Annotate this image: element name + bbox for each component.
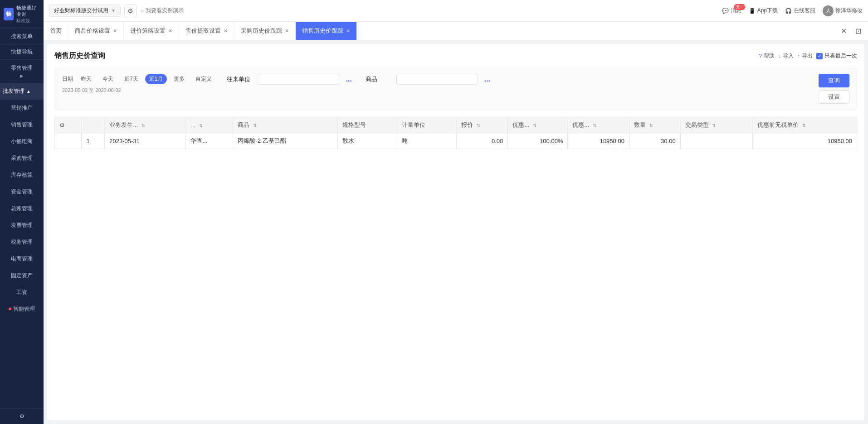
user-btn[interactable]: 人 徐泽华修改 xyxy=(823,5,863,16)
tab-purchase-strategy-close[interactable]: ✕ xyxy=(168,28,172,34)
sidebar-item-ecommerce[interactable]: 电商管理 xyxy=(0,251,44,267)
tab-home[interactable]: 首页 xyxy=(44,22,68,40)
version-arrow-icon: ▼ xyxy=(111,8,116,13)
help-btn[interactable]: ? 帮助 xyxy=(759,52,775,60)
sidebar-item-sales[interactable]: 销售管理 xyxy=(0,116,44,133)
settings-btn[interactable]: 设置 xyxy=(819,90,849,104)
tab-sale-extract-close[interactable]: ✕ xyxy=(224,28,228,34)
row-more-col: 华查... xyxy=(186,133,233,149)
sidebar-item-ecommerce-small[interactable]: 小畅电商 xyxy=(0,133,44,150)
query-btn[interactable]: 查询 xyxy=(819,74,849,87)
message-icon: 💬 xyxy=(722,8,729,14)
date-filter-group: 日期 昨天 今天 近7天 近1月 更多 自定义 2023-05-02 至 202… xyxy=(62,74,216,94)
date-btn-more[interactable]: 更多 xyxy=(170,74,189,84)
tabs-bar: 首页 商品价格设置 ✕ 进价策略设置 ✕ 售价提取设置 ✕ 采购历史价跟踪 ✕ … xyxy=(44,22,868,40)
tab-sale-history-close[interactable]: ✕ xyxy=(346,28,350,34)
row-spec: 散水 xyxy=(337,133,397,149)
sidebar-item-purchase[interactable]: 采购管理 xyxy=(0,150,44,167)
sidebar-item-wholesale[interactable]: 批发管理 ▲ xyxy=(0,83,44,100)
version-selector[interactable]: 好业财标准版交付试用 ▼ xyxy=(49,5,121,17)
sort-discount1-icon: ⇅ xyxy=(533,123,536,128)
row-gear xyxy=(55,133,82,149)
import-btn[interactable]: ↓ 导入 xyxy=(778,52,794,60)
tab-expand-icon[interactable]: ⊡ xyxy=(852,24,864,37)
sidebar-quick-nav[interactable]: 快捷导航 xyxy=(0,44,44,60)
sort-discount2-icon: ⇅ xyxy=(593,123,596,128)
filter-actions: 查询 设置 xyxy=(819,74,849,104)
message-btn[interactable]: 💬 消息 99+ xyxy=(722,7,741,14)
product-dots[interactable]: ... xyxy=(482,74,493,84)
date-btn-last7[interactable]: 近7天 xyxy=(120,74,142,84)
date-btn-today[interactable]: 今天 xyxy=(98,74,117,84)
sidebar-item-retail[interactable]: 零售管理 ▶ xyxy=(0,60,44,83)
sort-transaction-icon: ⇅ xyxy=(712,123,716,128)
help-label: 帮助 xyxy=(764,52,775,60)
row-transaction-type xyxy=(680,133,753,149)
row-discount2: 10950.00 xyxy=(568,133,629,149)
tab-price-close[interactable]: ✕ xyxy=(113,28,117,34)
tabs-actions: ✕ ⊡ xyxy=(837,24,868,37)
online-service-btn[interactable]: 🎧 在线客服 xyxy=(785,7,815,14)
product-filter: 商品 ... xyxy=(366,74,493,85)
sidebar-item-invoice[interactable]: 发票管理 xyxy=(0,217,44,234)
col-pretax-price[interactable]: 优惠前无税单价 ⇅ xyxy=(753,117,857,133)
topbar-demo-btn[interactable]: ○ 我要看实例演示 xyxy=(141,7,184,14)
product-input[interactable] xyxy=(396,74,478,85)
col-discount1[interactable]: 优惠... ⇅ xyxy=(508,117,568,133)
col-product[interactable]: 商品 ⇅ xyxy=(233,117,337,133)
sidebar-item-marketing[interactable]: 营销推广 xyxy=(0,100,44,116)
app-icon: 📱 xyxy=(749,8,756,14)
date-btn-custom[interactable]: 自定义 xyxy=(191,74,216,84)
last-once-checkbox-label[interactable]: ✓ 只看最后一次 xyxy=(816,52,857,60)
col-gear[interactable]: ⚙ xyxy=(55,117,82,133)
app-download-label: App下载 xyxy=(757,7,778,14)
sidebar-search[interactable]: 搜索菜单 xyxy=(0,29,44,44)
product-filter-label: 商品 xyxy=(366,75,393,83)
topbar-gear-btn[interactable]: ⚙ xyxy=(124,5,137,17)
table-row: 1 2023-05-31 华查... 丙烯酸-2-乙基己酯 散水 吨 0.00 … xyxy=(55,133,857,149)
gear-icon: ⚙ xyxy=(59,122,65,129)
tab-sale-extract[interactable]: 售价提取设置 ✕ xyxy=(179,22,234,40)
col-more[interactable]: ... ⇅ xyxy=(186,117,233,133)
date-btn-yesterday[interactable]: 昨天 xyxy=(77,74,96,84)
sort-product-icon: ⇅ xyxy=(253,123,257,128)
logo-title: 畅捷通好业财 xyxy=(16,5,40,18)
sidebar-item-inventory[interactable]: 库存核算 xyxy=(0,167,44,183)
col-quantity[interactable]: 数量 ⇅ xyxy=(629,117,680,133)
col-business-date[interactable]: 业务发生... ⇅ xyxy=(105,117,186,133)
sort-quantity-icon: ⇅ xyxy=(649,123,653,128)
tab-sale-history[interactable]: 销售历史价跟踪 ✕ xyxy=(296,22,357,40)
sidebar-settings-btn[interactable]: ⚙ xyxy=(0,408,44,424)
tab-purchase-strategy[interactable]: 进价策略设置 ✕ xyxy=(124,22,179,40)
date-range-text: 2023-05-02 至 2023-06-02 xyxy=(62,87,216,94)
export-btn[interactable]: ↑ 导出 xyxy=(797,52,813,60)
sidebar-item-finance[interactable]: 资金管理 xyxy=(0,183,44,200)
import-label: 导入 xyxy=(783,52,794,60)
page-content: 销售历史价查询 ? 帮助 ↓ 导入 ↑ 导出 ✓ 只看最后一次 xyxy=(47,44,864,420)
user-name: 徐泽华修改 xyxy=(835,7,863,14)
sort-pretax-icon: ⇅ xyxy=(802,123,806,128)
col-transaction-type[interactable]: 交易类型 ⇅ xyxy=(680,117,753,133)
tab-purchase-history-close[interactable]: ✕ xyxy=(285,28,289,34)
col-discount2[interactable]: 优惠... ⇅ xyxy=(568,117,629,133)
source-unit-input[interactable] xyxy=(258,74,339,85)
online-service-label: 在线客服 xyxy=(794,7,815,14)
col-quote[interactable]: 报价 ⇅ xyxy=(457,117,508,133)
last-once-checkbox[interactable]: ✓ xyxy=(816,53,823,59)
row-business-date: 2023-05-31 xyxy=(105,133,186,149)
source-unit-dots[interactable]: ... xyxy=(343,74,354,84)
tab-price[interactable]: 商品价格设置 ✕ xyxy=(68,22,124,40)
smart-dot xyxy=(9,308,11,310)
sidebar-item-assets[interactable]: 固定资产 xyxy=(0,267,44,284)
sidebar-item-smart[interactable]: 智能管理 xyxy=(0,301,44,318)
sidebar-item-payroll[interactable]: 工资 xyxy=(0,284,44,301)
sidebar-item-tax[interactable]: 税务管理 xyxy=(0,234,44,251)
sidebar-item-ledger[interactable]: 总账管理 xyxy=(0,200,44,217)
sidebar: 畅 畅捷通好业财 标准版 搜索菜单 快捷导航 零售管理 ▶ 批发管理 ▲ 营销推… xyxy=(0,0,44,424)
headset-icon: 🎧 xyxy=(785,8,792,14)
tab-purchase-history[interactable]: 采购历史价跟踪 ✕ xyxy=(234,22,296,40)
tab-close-icon[interactable]: ✕ xyxy=(837,24,850,37)
date-btn-last1m[interactable]: 近1月 xyxy=(145,74,167,84)
app-download-btn[interactable]: 📱 App下载 xyxy=(749,7,778,14)
table-container: ⚙ 业务发生... ⇅ ... ⇅ 商品 ⇅ xyxy=(54,117,857,149)
